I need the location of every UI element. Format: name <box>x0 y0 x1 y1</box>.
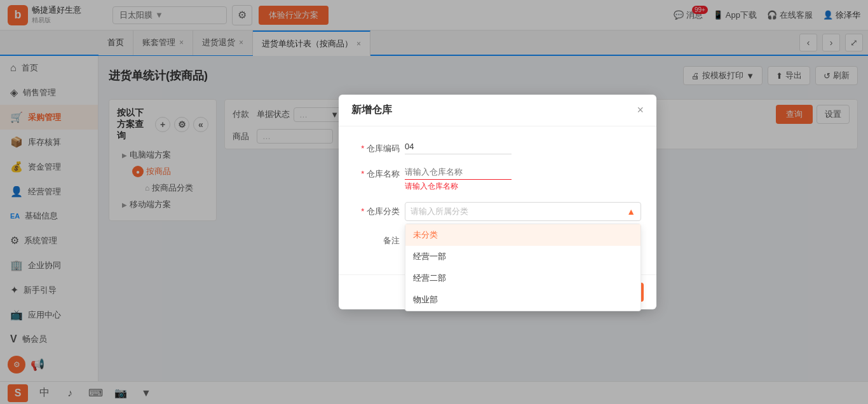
warehouse-name-row: 仓库名称 请输入仓库名称 <box>354 165 641 192</box>
note-label: 备注 <box>354 231 405 246</box>
chevron-up-icon: ▲ <box>627 206 635 217</box>
name-error-msg: 请输入仓库名称 <box>405 181 641 192</box>
category-placeholder: 请输入所属分类 <box>410 206 468 217</box>
warehouse-category-row: 仓库分类 请输入所属分类 ▲ 未分类 经营一部 经营二部 物业部 <box>354 202 641 221</box>
new-warehouse-modal: 新增仓库 × 仓库编码 仓库名称 请输入仓库名称 仓库分类 请输入所属分类 ▲ <box>339 95 656 309</box>
modal-title: 新增仓库 <box>351 104 392 117</box>
code-label: 仓库编码 <box>354 139 405 154</box>
name-label: 仓库名称 <box>354 165 405 180</box>
warehouse-name-input[interactable] <box>405 165 512 180</box>
category-dropdown-wrap: 请输入所属分类 ▲ 未分类 经营一部 经营二部 物业部 <box>405 202 641 221</box>
dropdown-item-unclassified[interactable]: 未分类 <box>405 224 641 246</box>
warehouse-code-input[interactable] <box>405 139 512 154</box>
category-label: 仓库分类 <box>354 202 405 217</box>
dropdown-item-ops2[interactable]: 经营二部 <box>405 267 641 289</box>
modal-body: 仓库编码 仓库名称 请输入仓库名称 仓库分类 请输入所属分类 ▲ <box>339 126 656 274</box>
category-dropdown-menu: 未分类 经营一部 经营二部 物业部 <box>405 224 641 311</box>
modal-header: 新增仓库 × <box>339 95 656 126</box>
category-dropdown-input[interactable]: 请输入所属分类 ▲ <box>405 202 641 221</box>
dropdown-item-ops1[interactable]: 经营一部 <box>405 246 641 267</box>
code-input-wrap <box>405 139 641 154</box>
dropdown-item-property[interactable]: 物业部 <box>405 289 641 311</box>
name-input-wrap: 请输入仓库名称 <box>405 165 641 192</box>
warehouse-code-row: 仓库编码 <box>354 139 641 154</box>
modal-close-button[interactable]: × <box>637 104 644 117</box>
